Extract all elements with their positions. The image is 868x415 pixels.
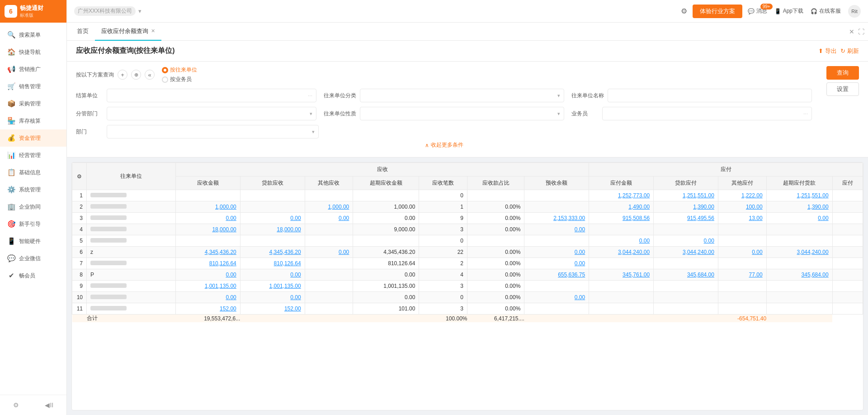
partner-cell <box>87 213 176 224</box>
tab-close-window-icon[interactable]: ✕ <box>849 28 854 35</box>
partner-category-select[interactable]: ▾ <box>360 89 564 102</box>
more-scheme-btn[interactable]: « <box>145 70 155 80</box>
ap-overdue-header: 超期应付货款 <box>766 176 832 190</box>
tab-close-icon[interactable]: ✕ <box>151 28 155 34</box>
export-icon: ⬆ <box>818 48 823 54</box>
table-row: 418,000.0018,000.009,000.0030.00%0.00 <box>72 224 863 235</box>
partner-cell <box>87 201 176 213</box>
partner-cell <box>87 281 176 292</box>
collapse-more-btn[interactable]: ∧ 收起更多条件 <box>76 138 812 152</box>
dept-select[interactable]: ▾ <box>107 125 319 138</box>
page-actions: ⬆ 导出 ↻ 刷新 <box>818 47 859 55</box>
marketing-icon: 📢 <box>7 65 15 73</box>
breadcrumb-arrow[interactable]: ▾ <box>138 8 142 14</box>
radio-by-unit-icon <box>162 67 168 73</box>
payable-group-header: 应付 <box>589 163 863 176</box>
filter-scheme: 按以下方案查询 + ⊕ « 按往来单位 <box>76 66 812 83</box>
sidebar-item-search[interactable]: 🔍 搜索菜单 <box>0 26 66 43</box>
branch-dept-select[interactable]: ▾ <box>107 107 316 120</box>
trial-btn[interactable]: 体验行业方案 <box>693 5 742 18</box>
partner-name-input[interactable] <box>608 89 812 102</box>
service-icon: 🎧 <box>811 8 817 14</box>
tab-home[interactable]: 首页 <box>71 23 95 41</box>
settings-col-header[interactable]: ⚙ <box>72 163 87 190</box>
chevron-down-icon2: ▾ <box>310 111 312 117</box>
data-table: ⚙ 往来单位 应收 应付 应收金额 贷款应收 其他应收 超期应收金额 应收笔数 … <box>72 162 863 322</box>
settlement-unit-input[interactable]: ··· <box>107 89 316 102</box>
sidebar-item-member[interactable]: ✔ 畅会员 <box>0 267 66 284</box>
sidebar-item-quicknav[interactable]: 🏠 快捷导航 <box>0 43 66 61</box>
top-header: 广州XXX科技有限公司 ▾ ⚙ 体验行业方案 💬 消息 99+ 📱 App下载 … <box>67 0 868 23</box>
user-avatar[interactable]: Rit <box>848 5 861 18</box>
query-btn[interactable]: 查询 <box>826 66 859 80</box>
scheme-by-staff-label: 按业务员 <box>170 76 192 83</box>
tab-bar-actions: ✕ ⛶ <box>849 28 864 35</box>
sidebar-item-enterprise[interactable]: 🏢 企业协同 <box>0 198 66 215</box>
messages-btn[interactable]: 💬 消息 99+ <box>748 7 767 15</box>
sidebar-item-inventory[interactable]: 🏪 库存核算 <box>0 112 66 129</box>
export-btn[interactable]: ⬆ 导出 <box>818 47 837 55</box>
sidebar-item-label: 资金管理 <box>19 134 41 142</box>
sidebar-item-guide[interactable]: 🎯 新手引导 <box>0 215 66 233</box>
settings-btn[interactable]: 设置 <box>826 82 859 96</box>
filter-row-1: 结算单位 ··· 往来单位分类 ▾ <box>76 89 812 102</box>
sidebar-item-hardware[interactable]: 📱 智能硬件 <box>0 233 66 250</box>
sidebar-item-basic[interactable]: 📋 基础信息 <box>0 164 66 181</box>
wechat-icon: 💬 <box>7 254 15 262</box>
partner-cell <box>87 303 176 315</box>
table-row: 30.000.000.000.0090.00%2,153,333.00915,5… <box>72 213 863 224</box>
partner-cell <box>87 292 176 303</box>
add-scheme-btn[interactable]: + <box>118 70 127 80</box>
sidebar-item-label: 销售管理 <box>19 83 41 91</box>
header-gear-icon[interactable]: ⚙ <box>681 7 687 15</box>
sidebar-item-system[interactable]: ⚙️ 系统管理 <box>0 181 66 198</box>
sidebar-item-marketing[interactable]: 📢 营销推广 <box>0 61 66 78</box>
partner-category-label: 往来单位分类 <box>324 92 356 100</box>
filter-partner-nature: 往来单位性质 ▾ <box>324 107 564 120</box>
table-row: 100.000.000.0000.00%0.00 <box>72 292 863 303</box>
hardware-icon: 📱 <box>7 237 15 245</box>
sidebar-item-purchase[interactable]: 📦 采购管理 <box>0 95 66 112</box>
table-row: 11152.00152.00101.0030.00% <box>72 303 863 315</box>
guide-icon: 🎯 <box>7 220 15 228</box>
edit-scheme-btn[interactable]: ⊕ <box>131 70 141 80</box>
tab-receivable[interactable]: 应收应付余额查询 ✕ <box>95 23 161 41</box>
refresh-btn[interactable]: ↻ 刷新 <box>840 47 859 55</box>
customer-service-btn[interactable]: 🎧 在线客服 <box>811 7 841 15</box>
messages-badge: 99+ <box>760 4 773 10</box>
table-row: 101,252,773.001,251,551.001,222.001,251,… <box>72 190 863 201</box>
search-icon: 🔍 <box>7 31 15 39</box>
operations-icon: 📊 <box>7 151 15 159</box>
ar-loan-header: 贷款应收 <box>240 176 305 190</box>
tab-maximize-icon[interactable]: ⛶ <box>858 28 864 35</box>
footer-ar-prepay: 6,417,215.... <box>467 315 524 323</box>
partner-nature-label: 往来单位性质 <box>324 110 356 118</box>
sidebar-item-operations[interactable]: 📊 经营管理 <box>0 147 66 164</box>
table-row: 8P0.000.000.0040.00%655,636.75345,761.00… <box>72 269 863 281</box>
partner-cell <box>87 224 176 235</box>
scheme-by-unit-label: 按往来单位 <box>170 66 197 74</box>
salesperson-input[interactable]: ··· <box>602 107 812 120</box>
filter-settlement-unit: 结算单位 ··· <box>76 89 316 102</box>
settlement-unit-label: 结算单位 <box>76 92 103 100</box>
sidebar-item-sales[interactable]: 🛒 销售管理 <box>0 78 66 95</box>
sidebar-item-wechat[interactable]: 💬 企业微信 <box>0 250 66 267</box>
basic-icon: 📋 <box>7 168 15 176</box>
sidebar-item-label: 企业协同 <box>19 203 41 211</box>
footer-ar-total: 19,553,472,6... <box>175 315 240 323</box>
sidebar-bottom: ⚙ ◀II <box>0 395 66 415</box>
system-icon: ⚙️ <box>7 186 15 194</box>
scheme-by-unit[interactable]: 按往来单位 <box>162 66 197 74</box>
settings-bottom-icon[interactable]: ⚙ <box>9 400 23 410</box>
sidebar: 6 畅捷通财 标准版 🔍 搜索菜单🏠 快捷导航📢 营销推广🛒 销售管理📦 采购管… <box>0 0 67 415</box>
app-download-btn[interactable]: 📱 App下载 <box>774 7 803 15</box>
sidebar-item-finance[interactable]: 💰 资金管理 <box>0 129 66 147</box>
branch-dept-label: 分管部门 <box>76 110 103 118</box>
partner-nature-select[interactable]: ▾ <box>360 107 564 120</box>
scheme-by-staff[interactable]: 按业务员 <box>162 76 197 83</box>
main-content: 首页 应收应付余额查询 ✕ ✕ ⛶ 应收应付余额查询(按往来单位) ⬆ 导出 ↻… <box>67 23 868 415</box>
sidebar-item-label: 基础信息 <box>19 169 41 176</box>
collapse-icon[interactable]: ◀II <box>41 400 57 410</box>
member-icon: ✔ <box>7 272 15 280</box>
partner-col-header: 往来单位 <box>87 163 176 190</box>
